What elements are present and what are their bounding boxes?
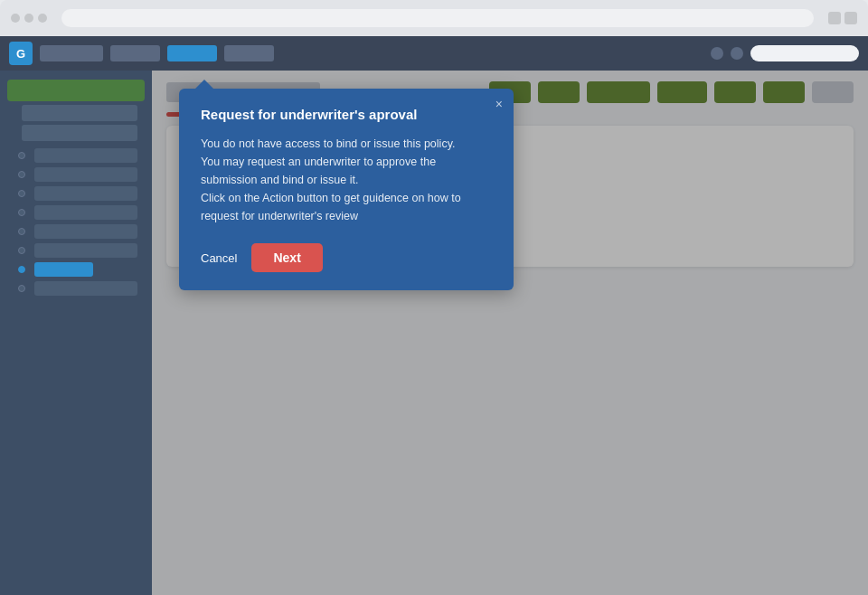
sidebar <box>0 71 152 595</box>
modal-actions: Cancel Next <box>201 243 492 272</box>
sidebar-item-7[interactable] <box>34 224 137 239</box>
sidebar-item-5[interactable] <box>34 186 137 201</box>
header-circle-2 <box>731 47 743 60</box>
dot-minimize <box>24 14 33 23</box>
sidebar-dot-7 <box>18 228 25 235</box>
sidebar-dot-8 <box>18 247 25 254</box>
sidebar-dot-6 <box>18 209 25 216</box>
modal-title: Request for underwriter's aproval <box>201 107 492 122</box>
sidebar-item-9[interactable] <box>34 281 137 296</box>
main-content: × Request for underwriter's aproval You … <box>152 71 868 595</box>
sidebar-dot-9 <box>18 285 25 292</box>
app-window: G <box>0 36 868 595</box>
header-tab-active[interactable] <box>167 45 217 61</box>
browser-chrome <box>0 0 868 36</box>
header-tab-1[interactable] <box>40 45 103 61</box>
header-tab-2[interactable] <box>110 45 160 61</box>
modal-arrow <box>195 80 213 89</box>
app-body: × Request for underwriter's aproval You … <box>0 71 868 595</box>
nav-btn-2 <box>844 12 857 24</box>
next-button[interactable]: Next <box>251 243 322 272</box>
app-logo: G <box>9 42 33 65</box>
app-header: G <box>0 36 868 71</box>
sidebar-item-4[interactable] <box>34 167 137 182</box>
header-search[interactable] <box>750 45 859 61</box>
sidebar-dot-3 <box>18 152 25 159</box>
sidebar-active-item[interactable] <box>7 80 145 101</box>
sidebar-item-6[interactable] <box>34 205 137 220</box>
dot-maximize <box>38 14 47 23</box>
cancel-button[interactable]: Cancel <box>201 251 237 265</box>
sidebar-dot-5 <box>18 190 25 197</box>
sidebar-item-8[interactable] <box>34 243 137 258</box>
dot-close <box>11 14 20 23</box>
address-bar[interactable] <box>61 9 814 27</box>
sidebar-dot-active <box>18 266 25 273</box>
sidebar-item-active[interactable] <box>34 262 93 277</box>
modal-body: You do not have access to bind or issue … <box>201 135 492 225</box>
browser-dots <box>11 14 47 23</box>
sidebar-item-2[interactable] <box>22 125 137 141</box>
sidebar-item-1[interactable] <box>22 105 137 121</box>
modal-overlay: × Request for underwriter's aproval You … <box>152 71 868 595</box>
modal-dialog: × Request for underwriter's aproval You … <box>179 89 514 290</box>
sidebar-item-3[interactable] <box>34 148 137 163</box>
modal-close-button[interactable]: × <box>495 98 503 110</box>
sidebar-dot-4 <box>18 171 25 178</box>
header-circle-1 <box>711 47 723 60</box>
header-tab-4[interactable] <box>224 45 274 61</box>
nav-btn-1 <box>828 12 841 24</box>
browser-nav-buttons <box>828 12 857 24</box>
